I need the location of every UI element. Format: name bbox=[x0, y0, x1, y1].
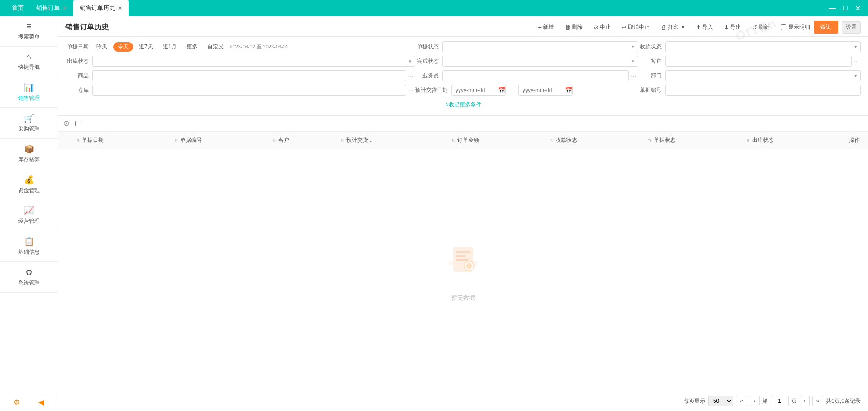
sidebar-item-operations[interactable]: 📈 经营管理 bbox=[0, 200, 58, 231]
select-all-checkbox[interactable] bbox=[75, 121, 81, 126]
collapse-sidebar-icon[interactable]: ◀ bbox=[38, 398, 44, 406]
page-label: 页 bbox=[791, 397, 797, 405]
salesperson-input[interactable] bbox=[442, 70, 629, 81]
product-ellipsis[interactable]: ··· bbox=[406, 72, 415, 79]
tab-home[interactable]: 首页 bbox=[5, 4, 30, 12]
th-date[interactable]: ⇅ 单据日期 bbox=[72, 132, 171, 149]
tab-sales-order[interactable]: 销售订单 ✕ bbox=[30, 0, 73, 16]
empty-text: 暂无数据 bbox=[451, 294, 475, 302]
new-button[interactable]: + 新增 bbox=[534, 22, 557, 33]
stop-button[interactable]: ⊘ 中止 bbox=[590, 22, 614, 33]
table-settings-icon[interactable]: ⚙ bbox=[63, 119, 70, 128]
customer-input[interactable] bbox=[665, 56, 852, 67]
date-dash: — bbox=[509, 87, 515, 94]
print-button[interactable]: 🖨 打印 bbox=[657, 22, 689, 33]
th-order-amount[interactable]: ⇅ 订单金额 bbox=[448, 132, 546, 149]
main-layout: ≡ 搜索菜单 ⌂ 快捷导航 📊 销售管理 🛒 采购管理 📦 库存核算 💰 资金管… bbox=[0, 16, 868, 411]
system-icon: ⚙ bbox=[25, 267, 33, 277]
salesperson-control: ··· bbox=[442, 70, 638, 81]
complete-status-label: 完成状态 bbox=[415, 58, 442, 65]
filter-bill-status: 单据状态 bbox=[415, 41, 638, 52]
query-button[interactable]: 查询 bbox=[814, 21, 838, 34]
tab-sales-order-history[interactable]: 销售订单历史 ✕ bbox=[73, 0, 129, 16]
import-button[interactable]: ⬆ 导入 bbox=[692, 22, 717, 33]
product-label: 商品 bbox=[65, 72, 92, 80]
department-select[interactable] bbox=[665, 70, 861, 81]
filter-receipt-status: 收款状态 bbox=[638, 41, 861, 52]
date-btn-more[interactable]: 更多 bbox=[182, 42, 201, 52]
sidebar-item-sales-label: 销售管理 bbox=[18, 94, 40, 102]
th-delivery-date[interactable]: ⇅ 预计交货... bbox=[337, 132, 448, 149]
warehouse-input[interactable] bbox=[92, 85, 406, 96]
bill-status-select[interactable] bbox=[442, 41, 638, 52]
export-button[interactable]: ⬇ 导出 bbox=[720, 22, 745, 33]
date-btn-yesterday[interactable]: 昨天 bbox=[92, 42, 111, 52]
tab-sales-order-close[interactable]: ✕ bbox=[62, 5, 67, 11]
date-btn-7days[interactable]: 近7天 bbox=[135, 42, 157, 52]
settings-button[interactable]: 设置 bbox=[842, 21, 861, 34]
collapse-row[interactable]: ∧ 收起更多条件 bbox=[65, 99, 861, 111]
page-size-label: 每页显示 bbox=[684, 397, 705, 405]
sort-icon-customer: ⇅ bbox=[273, 138, 276, 143]
page-size-select[interactable]: 50 100 200 bbox=[708, 396, 733, 406]
sidebar-item-quicknav-label: 快捷导航 bbox=[18, 63, 40, 71]
sidebar-item-purchase[interactable]: 🛒 采购管理 bbox=[0, 108, 58, 139]
cancel-stop-button[interactable]: ↩ 取消中止 bbox=[618, 22, 653, 33]
salesperson-ellipsis[interactable]: ··· bbox=[629, 72, 638, 79]
th-out-status[interactable]: ⇅ 出库状态 bbox=[743, 132, 841, 149]
th-bill-status[interactable]: ⇅ 单据状态 bbox=[644, 132, 743, 149]
calendar-end-icon[interactable]: 📅 bbox=[565, 87, 572, 94]
current-page-input[interactable] bbox=[771, 396, 789, 406]
receipt-status-select[interactable] bbox=[665, 41, 861, 52]
page-label-pre: 第 bbox=[762, 397, 768, 405]
sidebar-item-system[interactable]: ⚙ 系统管理 bbox=[0, 262, 58, 293]
date-btn-1month[interactable]: 近1月 bbox=[159, 42, 181, 52]
next-page-button[interactable]: › bbox=[800, 396, 810, 406]
refresh-button[interactable]: ↺ 刷新 bbox=[748, 22, 773, 33]
sidebar-item-inventory[interactable]: 📦 库存核算 bbox=[0, 139, 58, 169]
minimize-button[interactable]: — bbox=[827, 3, 838, 13]
bill-number-input[interactable] bbox=[665, 85, 861, 96]
cancel-stop-icon: ↩ bbox=[622, 24, 627, 31]
tab-sales-order-history-close[interactable]: ✕ bbox=[118, 5, 122, 11]
date-btn-today[interactable]: 今天 bbox=[113, 42, 133, 52]
page-header: 销售订单历史 + 新增 🗑 删除 ⊘ 中止 ↩ 取消中止 bbox=[58, 16, 868, 37]
svg-rect-4 bbox=[456, 259, 469, 261]
sort-icon-date: ⇅ bbox=[76, 138, 80, 143]
table-toolbar: ⚙ bbox=[58, 116, 868, 132]
bill-number-label: 单据编号 bbox=[638, 87, 665, 94]
sidebar-item-search[interactable]: ≡ 搜索菜单 bbox=[0, 16, 58, 47]
sidebar-item-quicknav[interactable]: ⌂ 快捷导航 bbox=[0, 47, 58, 77]
th-bill-number[interactable]: ⇅ 单据编号 bbox=[171, 132, 269, 149]
filter-row-2: 出库状态 完成状态 客户 bbox=[65, 56, 861, 67]
show-detail-checkbox[interactable] bbox=[781, 24, 786, 30]
last-page-button[interactable]: » bbox=[812, 396, 824, 406]
toolbar: + 新增 🗑 删除 ⊘ 中止 ↩ 取消中止 🖨 打印 bbox=[534, 21, 861, 34]
th-customer[interactable]: ⇅ 客户 bbox=[269, 132, 337, 149]
sidebar-item-sales[interactable]: 📊 销售管理 bbox=[0, 77, 58, 108]
sort-icon-amount: ⇅ bbox=[451, 138, 455, 143]
out-status-label: 出库状态 bbox=[65, 58, 92, 65]
delete-icon: 🗑 bbox=[565, 24, 571, 31]
close-button[interactable]: ✕ bbox=[853, 3, 863, 14]
calendar-start-icon[interactable]: 📅 bbox=[498, 87, 505, 94]
sort-icon-bill-number: ⇅ bbox=[174, 138, 178, 143]
prev-page-button[interactable]: ‹ bbox=[750, 396, 760, 406]
filter-date: 单据日期 昨天 今天 近7天 近1月 更多 自定义 2023-06-02 至 2… bbox=[65, 42, 415, 52]
complete-status-select[interactable] bbox=[442, 56, 638, 67]
customer-ellipsis[interactable]: ··· bbox=[852, 58, 861, 65]
sidebar-item-basic-info[interactable]: 📋 基础信息 bbox=[0, 231, 58, 262]
delete-button[interactable]: 🗑 删除 bbox=[561, 22, 586, 33]
maximize-button[interactable]: □ bbox=[841, 3, 849, 13]
warehouse-ellipsis[interactable]: ··· bbox=[406, 87, 415, 94]
settings-bottom-icon[interactable]: ⚙ bbox=[14, 398, 20, 406]
th-receipt-status[interactable]: ⇅ 收款状态 bbox=[546, 132, 644, 149]
salesperson-label: 业务员 bbox=[415, 72, 442, 80]
date-btn-custom[interactable]: 自定义 bbox=[203, 42, 228, 52]
out-status-select[interactable] bbox=[92, 56, 415, 67]
first-page-button[interactable]: « bbox=[736, 396, 747, 406]
product-input[interactable] bbox=[92, 70, 406, 81]
sidebar-item-system-label: 系统管理 bbox=[18, 279, 40, 287]
basic-info-icon: 📋 bbox=[24, 237, 34, 247]
sidebar-item-finance[interactable]: 💰 资金管理 bbox=[0, 169, 58, 200]
